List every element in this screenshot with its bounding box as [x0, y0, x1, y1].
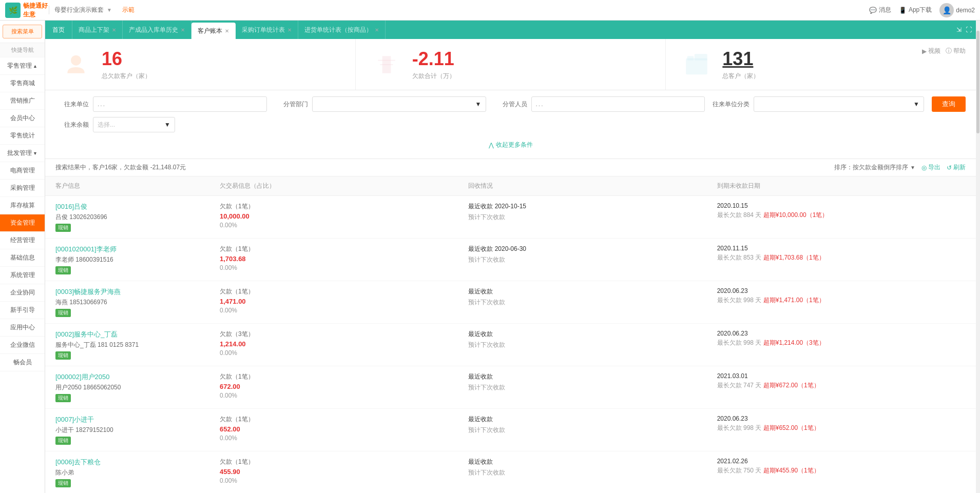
- debt-amount-5[interactable]: 652.00: [220, 425, 468, 433]
- video-btn[interactable]: ▶ 视频: [922, 47, 940, 55]
- overdue-link-6[interactable]: 超期¥455.90（1笔）: [763, 467, 820, 474]
- customer-name-3[interactable]: [0002]服务中心_丁磊: [55, 330, 220, 339]
- manager-input[interactable]: ...: [531, 96, 705, 112]
- sidebar-item-retail-mgmt[interactable]: 零售管理 ▲: [0, 57, 45, 75]
- debt-amount-0[interactable]: 10,000.00: [220, 212, 468, 220]
- debt-amount-3[interactable]: 1,214.00: [220, 340, 468, 348]
- sidebar-item-vip-member[interactable]: 畅会员: [0, 354, 45, 371]
- customer-name-4[interactable]: [000002]用户2050: [55, 372, 220, 382]
- dept-label: 分管部门: [275, 100, 308, 109]
- svg-rect-1: [686, 58, 708, 74]
- sidebar-item-app-center[interactable]: 应用中心: [0, 319, 45, 337]
- sidebar-search-area: 搜索菜单: [0, 21, 45, 43]
- manager-label: 分管人员: [494, 100, 527, 109]
- customer-name-6[interactable]: [0006]去下粮仓: [55, 458, 220, 467]
- close-icon-4[interactable]: ✕: [287, 27, 292, 33]
- user-menu[interactable]: 👤 demo2: [939, 3, 975, 17]
- vertical-scrollbar[interactable]: [976, 21, 980, 493]
- balance-select[interactable]: 选择... ▼: [93, 117, 175, 132]
- debt-amount-2[interactable]: 1,471.00: [220, 298, 468, 305]
- tab-inbound-stats[interactable]: 进货单统计表（按商品） ✕: [298, 21, 386, 39]
- close-icon-5[interactable]: ✕: [375, 27, 379, 33]
- sidebar-item-retail-mall[interactable]: 零售商城: [0, 75, 45, 92]
- fullscreen-exit-icon[interactable]: ⇲: [956, 26, 962, 33]
- query-button[interactable]: 查询: [932, 96, 966, 112]
- debt-amount-4[interactable]: 672.00: [220, 383, 468, 390]
- debt-percent-0: 0.00%: [220, 222, 468, 229]
- stat-card-total-customers: 131 总客户（家） ▶ 视频 ⓘ 帮助: [666, 39, 976, 90]
- overdue-link-0[interactable]: 超期¥10,000.00（1笔）: [763, 211, 829, 219]
- debt-customers-value: 16: [102, 48, 151, 70]
- help-btn[interactable]: ⓘ 帮助: [946, 47, 966, 55]
- overdue-info-6: 2021.02.26 最长欠款 750 天 超期¥455.90（1笔）: [717, 458, 966, 475]
- logo-text: 畅捷通好生意: [23, 2, 49, 19]
- sidebar-item-new-guide[interactable]: 新手引导: [0, 302, 45, 319]
- industry-selector[interactable]: 母婴行业演示账套 ▼: [49, 6, 117, 14]
- recovery-date-6: 最近收款: [468, 458, 717, 466]
- customer-info-0: [0016]吕俊 吕俊 13026203696 现销: [55, 202, 220, 232]
- scrollbar-thumb[interactable]: [976, 31, 979, 133]
- tab-purchase-order[interactable]: 采购订单统计表 ✕: [236, 21, 298, 39]
- sidebar-item-member-center[interactable]: 会员中心: [0, 110, 45, 127]
- overdue-link-4[interactable]: 超期¥672.00（1笔）: [763, 382, 820, 389]
- sidebar-item-business-mgmt[interactable]: 经营管理: [0, 232, 45, 249]
- customer-name-2[interactable]: [0003]畅捷服务尹海燕: [55, 287, 220, 297]
- sidebar-item-purchase-mgmt[interactable]: 采购管理: [0, 180, 45, 197]
- sidebar-item-finance[interactable]: 资金管理: [0, 214, 45, 232]
- sidebar: 搜索菜单 快捷导航 零售管理 ▲ 零售商城 营销推广 会员中心 零售统计 批: [0, 21, 45, 493]
- tab-customer-account[interactable]: 客户账本 ✕: [191, 23, 236, 39]
- from-unit-input[interactable]: ...: [93, 96, 267, 112]
- sidebar-item-system-mgmt[interactable]: 系统管理: [0, 267, 45, 284]
- collapse-btn[interactable]: ⋀ 收起更多条件: [489, 141, 533, 149]
- customer-name-0[interactable]: [0016]吕俊: [55, 202, 220, 211]
- debt-amount-6[interactable]: 455.90: [220, 468, 468, 476]
- stat-top-right-actions: ▶ 视频 ⓘ 帮助: [922, 47, 966, 55]
- close-icon-2[interactable]: ✕: [181, 27, 185, 33]
- homepage-link[interactable]: 示範: [122, 6, 134, 14]
- sidebar-item-marketing[interactable]: 营销推广: [0, 92, 45, 110]
- sidebar-item-retail-stats[interactable]: 零售统计: [0, 127, 45, 145]
- tab-product-off[interactable]: 商品上下架 ✕: [72, 21, 123, 39]
- sort-select[interactable]: 排序：按欠款金额倒序排序 ▼: [834, 163, 915, 172]
- overdue-link-5[interactable]: 超期¥652.00（1笔）: [763, 424, 820, 431]
- customer-name-5[interactable]: [0007]小进干: [55, 415, 220, 424]
- search-menu-btn[interactable]: 搜索菜单: [3, 25, 42, 38]
- export-icon: ◎: [921, 164, 927, 171]
- results-info: 搜索结果中，客户16家，欠款金额 -21,148.07元: [55, 163, 186, 172]
- table-row: [0003]畅捷服务尹海燕 海燕 18513066976 现销 欠款（1笔） 1…: [45, 281, 976, 324]
- sidebar-item-batch-mgmt[interactable]: 批发管理 ▼: [0, 145, 45, 162]
- debt-info-2: 欠款（1笔） 1,471.00 0.00%: [220, 287, 468, 314]
- app-download-btn[interactable]: 📱 App下载: [899, 6, 932, 14]
- tab-home[interactable]: 首页: [45, 21, 72, 39]
- recovery-info-5: 最近收款 预计下次收款: [468, 415, 717, 435]
- message-btn[interactable]: 💬 消息: [869, 6, 891, 14]
- debt-amount-1[interactable]: 1,703.68: [220, 255, 468, 263]
- export-btn[interactable]: ◎ 导出: [921, 163, 940, 172]
- refresh-btn[interactable]: ↺ 刷新: [947, 163, 966, 172]
- recovery-info-4: 最近收款 预计下次收款: [468, 372, 717, 392]
- sidebar-item-enterprise-collab[interactable]: 企业协同: [0, 284, 45, 302]
- chevron-down-icon-3: ▼: [910, 165, 915, 170]
- collapse-icon: ⋀: [489, 142, 494, 149]
- dropdown-arrow-icon: ▼: [475, 101, 482, 108]
- customer-name-1[interactable]: [0001020001]李老师: [55, 245, 220, 254]
- tab-product-history[interactable]: 产成品入库单历史 ✕: [123, 21, 191, 39]
- overdue-date-1: 2020.11.15: [717, 245, 966, 252]
- close-icon[interactable]: ✕: [112, 27, 116, 33]
- close-icon-3[interactable]: ✕: [225, 28, 229, 34]
- debt-customers-label: 总欠款客户（家）: [102, 72, 151, 81]
- overdue-link-1[interactable]: 超期¥1,703.68（1笔）: [763, 254, 825, 261]
- debt-count-2: 欠款（1笔）: [220, 287, 468, 296]
- overdue-link-2[interactable]: 超期¥1,471.00（1笔）: [763, 297, 825, 304]
- help-icon: ⓘ: [946, 47, 952, 55]
- customer-info-3: [0002]服务中心_丁磊 服务中心_丁磊 181 0125 8371 现销: [55, 330, 220, 360]
- dept-select[interactable]: ▼: [312, 96, 486, 112]
- customer-phone-4: 用户2050 18665062050: [55, 383, 220, 392]
- fullscreen-icon[interactable]: ⛶: [966, 26, 972, 33]
- sidebar-item-basic-info[interactable]: 基础信息: [0, 249, 45, 267]
- sidebar-item-enterprise-wechat[interactable]: 企业微信: [0, 337, 45, 354]
- unit-category-select[interactable]: ▼: [754, 96, 924, 112]
- sidebar-item-inventory[interactable]: 库存核算: [0, 197, 45, 214]
- overdue-link-3[interactable]: 超期¥1,214.00（3笔）: [763, 339, 825, 346]
- sidebar-item-ecommerce[interactable]: 电商管理: [0, 162, 45, 180]
